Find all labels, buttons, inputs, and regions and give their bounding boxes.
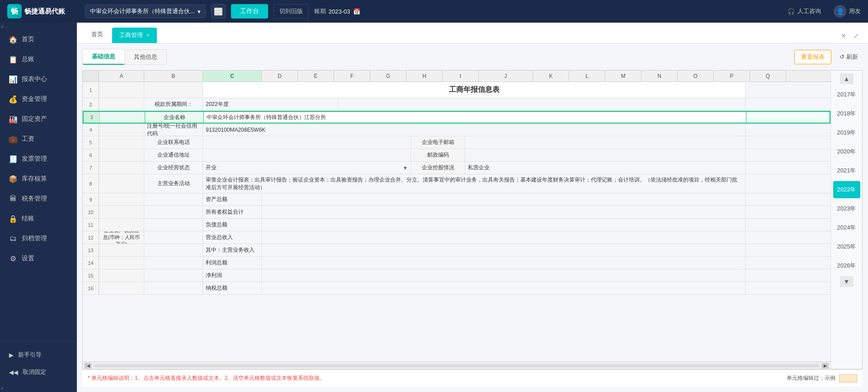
contact-value-cell[interactable] (203, 136, 411, 148)
address-label-cell[interactable]: 企业通信地址 (144, 149, 203, 161)
reg-label-cell[interactable]: 注册号/统一社会信用代码 (144, 124, 203, 136)
equity-label-cell[interactable]: 所有者权益合计 (203, 206, 262, 218)
year-nav-up[interactable]: ▲ (840, 73, 854, 84)
rev-value-cell[interactable] (262, 231, 745, 244)
grid-cell[interactable] (99, 124, 144, 136)
grid-cell[interactable] (144, 82, 203, 98)
grid-cell[interactable] (99, 244, 144, 256)
equity-value-cell[interactable] (262, 206, 745, 218)
sidebar-item-salary[interactable]: 💼 工资 (0, 129, 77, 149)
profit-value-cell[interactable] (262, 257, 745, 269)
year-item-2026[interactable]: 2026年 (833, 257, 860, 274)
period-label-cell[interactable]: 税款所属期间： (144, 98, 203, 110)
year-item-2022[interactable]: 2022年 (833, 181, 860, 198)
sidebar-scroll-down[interactable]: ▼ (0, 385, 5, 392)
grid-cell[interactable] (144, 244, 203, 256)
tab-close-button[interactable]: × (146, 32, 150, 38)
scroll-right-button[interactable]: ▶ (821, 363, 829, 368)
sidebar-item-invoice[interactable]: 🧾 发票管理 (0, 149, 77, 169)
refresh-button[interactable]: ↺ 刷新 (835, 50, 863, 64)
grid-cell[interactable] (144, 269, 203, 282)
service-button[interactable]: 🎧 人工咨询 (788, 7, 821, 15)
net-profit-label-cell[interactable]: 净利润 (203, 269, 262, 282)
year-nav-down[interactable]: ▼ (840, 276, 854, 287)
grid-cell[interactable] (144, 206, 203, 218)
calendar-icon[interactable]: 📅 (353, 8, 360, 15)
grid-cell[interactable] (99, 257, 144, 269)
liab-value-cell[interactable] (262, 219, 745, 231)
grid-cell[interactable] (144, 219, 203, 231)
sidebar-item-tax[interactable]: 🏛 税务管理 (0, 189, 77, 209)
rev-label-cell[interactable]: 营业总收入 (203, 231, 262, 244)
year-item-2018[interactable]: 2018年 (833, 105, 860, 122)
grid-cell[interactable] (99, 219, 144, 231)
stock-value-cell[interactable]: 私营企业 (465, 162, 745, 174)
grid-cell[interactable] (100, 112, 145, 123)
assets-label-cell[interactable]: 资产总额 (203, 193, 262, 206)
grid-cell[interactable] (144, 193, 203, 206)
scroll-left-button[interactable]: ◀ (85, 363, 92, 368)
sidebar-item-archive[interactable]: 🗂 归档管理 (0, 229, 77, 249)
main-rev-value-cell[interactable] (262, 244, 745, 256)
grid-cell[interactable] (99, 269, 144, 282)
sidebar-item-report[interactable]: 📊 报表中心 (0, 69, 77, 89)
stock-label-cell[interactable]: 企业控股情况 (411, 162, 465, 174)
table-title-cell[interactable]: 工商年报信息表 (203, 82, 745, 98)
grid-cell[interactable] (144, 231, 203, 244)
subtab-other[interactable]: 其他信息 (124, 49, 167, 65)
group-label-cell[interactable]: 企业资产状况信息(币种：人民币万元) (99, 231, 144, 244)
grid-cell[interactable] (99, 162, 144, 174)
net-profit-value-cell[interactable] (262, 269, 745, 282)
sidebar-item-settings[interactable]: ⚙ 设置 (0, 249, 77, 268)
email-label-cell[interactable]: 企业电子邮箱 (411, 136, 465, 148)
sidebar-item-close[interactable]: 🔒 结账 (0, 209, 77, 229)
sidebar-item-home[interactable]: 🏠 首页 (0, 29, 77, 49)
year-item-2019[interactable]: 2019年 (833, 124, 860, 141)
liab-label-cell[interactable]: 负债总额 (203, 219, 262, 231)
sidebar-item-asset[interactable]: 🏭 固定资产 (0, 109, 77, 129)
address-value-cell[interactable] (203, 149, 411, 161)
scroll-track[interactable] (94, 364, 820, 368)
contact-label-cell[interactable]: 企业联系电话 (144, 136, 203, 148)
status-value-cell[interactable]: 开业 ▼ (203, 162, 411, 174)
main-rev-label-cell[interactable]: 其中：主营业务收入 (203, 244, 262, 256)
profit-label-cell[interactable]: 利润总额 (203, 257, 262, 269)
grid-cell[interactable] (99, 149, 144, 161)
reg-value-cell[interactable]: 91320100MA208E5W6K (203, 124, 745, 136)
grid-cell[interactable] (99, 206, 144, 218)
tab-gongshang[interactable]: 工商管理 × (112, 28, 157, 43)
sidebar-item-inventory[interactable]: 📦 库存核算 (0, 169, 77, 189)
sidebar-item-unpin[interactable]: ◀◀ 取消固定 (0, 363, 77, 381)
subtab-basic[interactable]: 基础信息 (82, 49, 124, 65)
grid-cell[interactable] (339, 98, 745, 110)
maximize-window-button[interactable]: ⤢ (852, 31, 861, 40)
company-name-value-cell[interactable]: 中审众环会计师事务所（特殊普通合伙）江苏分所 (204, 112, 746, 123)
tax-value-cell[interactable] (262, 282, 745, 294)
grid-cell[interactable] (99, 82, 144, 98)
reset-report-button[interactable]: 重置报表 (794, 50, 831, 64)
user-menu[interactable]: 👤 用友 (834, 5, 861, 18)
year-item-2023[interactable]: 2023年 (833, 200, 860, 217)
tax-label-cell[interactable]: 纳税总额 (203, 282, 262, 294)
sidebar-scroll-up[interactable]: ▲ (0, 23, 5, 29)
company-name-label-cell[interactable]: 企业名称 (145, 112, 204, 123)
year-item-2025[interactable]: 2025年 (833, 238, 860, 255)
grid-cell[interactable] (99, 193, 144, 206)
grid-cell[interactable] (99, 98, 144, 110)
close-window-button[interactable]: ✕ (839, 31, 848, 40)
year-item-2021[interactable]: 2021年 (833, 162, 860, 179)
email-value-cell[interactable] (465, 136, 745, 148)
grid-cell[interactable] (144, 257, 203, 269)
horizontal-scrollbar[interactable]: ◀ ▶ (83, 362, 830, 369)
grid-cell[interactable] (99, 174, 144, 193)
status-label-cell[interactable]: 企业经营状态 (144, 162, 203, 174)
business-value-cell[interactable]: 审查企业会计报表；出具审计报告；验证企业资本；出具验资报告；办理企业合并、分立、… (203, 174, 745, 193)
postal-value-cell[interactable] (465, 149, 745, 161)
tab-home[interactable]: 首页 (84, 27, 110, 43)
assets-value-cell[interactable] (262, 193, 745, 206)
company-selector[interactable]: 中审众环会计师事务所（特殊普通合伙... ▾ (85, 5, 206, 18)
grid-cell[interactable] (99, 136, 144, 148)
workbench-button[interactable]: 工作台 (231, 4, 268, 19)
business-label-cell[interactable]: 主营业务活动 (144, 174, 203, 193)
grid-cell[interactable] (144, 282, 203, 294)
